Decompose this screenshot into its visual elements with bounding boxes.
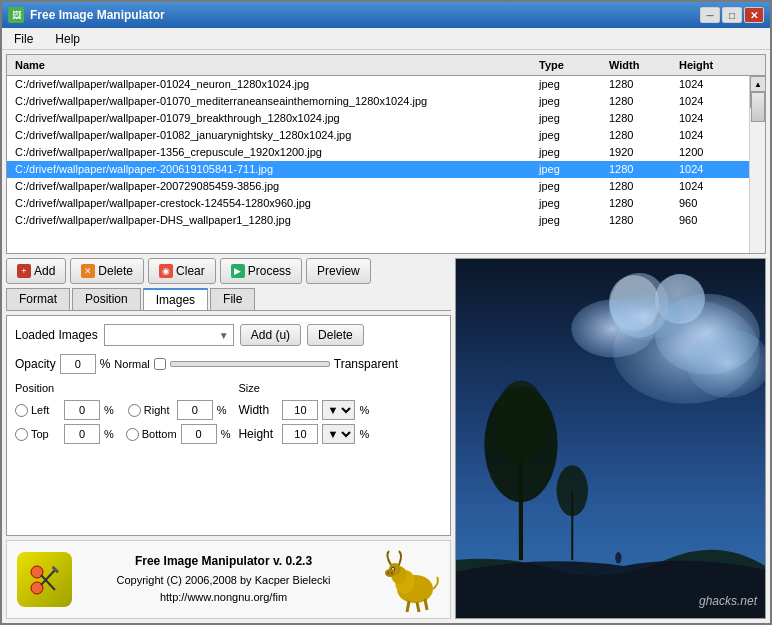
right-radio[interactable] <box>128 404 141 417</box>
file-row[interactable]: C:/drivef/wallpaper/wallpaper-2006191058… <box>7 161 749 178</box>
col-header-scroll <box>745 57 761 73</box>
svg-point-23 <box>608 294 681 340</box>
footer-title: Free Image Manipulator v. 0.2.3 <box>80 552 367 571</box>
bottom-area: + Add ✕ Delete ◉ Clear ▶ Process <box>6 258 766 619</box>
main-window: 🖼 Free Image Manipulator ─ □ ✕ File Help… <box>0 0 772 625</box>
svg-line-11 <box>407 601 409 612</box>
images-panel: Loaded Images ▼ Add (u) Delete Opacity % <box>6 315 451 536</box>
height-unit-select[interactable]: ▼ <box>322 424 355 444</box>
left-radio-label[interactable]: Left <box>15 404 60 417</box>
file-type: jpeg <box>535 94 605 108</box>
height-input[interactable] <box>282 424 318 444</box>
delete-label: Delete <box>98 264 133 278</box>
preview-button[interactable]: Preview <box>306 258 371 284</box>
file-type: jpeg <box>535 111 605 125</box>
opacity-input[interactable] <box>60 354 96 374</box>
top-radio-label[interactable]: Top <box>15 428 60 441</box>
file-name: C:/drivef/wallpaper/wallpaper-1356_crepu… <box>11 145 535 159</box>
main-content: Name Type Width Height C:/drivef/wallpap… <box>2 50 770 623</box>
scroll-thumb[interactable] <box>751 92 765 122</box>
toolbar: + Add ✕ Delete ◉ Clear ▶ Process <box>6 258 451 284</box>
tab-position[interactable]: Position <box>72 288 141 310</box>
scroll-up-arrow[interactable]: ▲ <box>750 76 765 92</box>
add-u-button[interactable]: Add (u) <box>240 324 301 346</box>
loaded-images-select[interactable]: ▼ <box>104 324 234 346</box>
svg-point-26 <box>495 381 547 462</box>
left-input[interactable] <box>64 400 100 420</box>
delete-icon: ✕ <box>81 264 95 278</box>
footer-copyright: Copyright (C) 2006,2008 by Kacper Bielec… <box>80 572 367 590</box>
bottom-radio-label[interactable]: Bottom <box>126 428 177 441</box>
maximize-button[interactable]: □ <box>722 7 742 23</box>
file-height: 1024 <box>675 77 745 91</box>
menu-help[interactable]: Help <box>49 30 86 48</box>
bottom-input[interactable] <box>181 424 217 444</box>
clear-button[interactable]: ◉ Clear <box>148 258 216 284</box>
file-type: jpeg <box>535 196 605 210</box>
width-row: Width ▼ % <box>238 400 442 420</box>
opacity-slider[interactable] <box>170 361 330 367</box>
file-height: 1024 <box>675 162 745 176</box>
file-type: jpeg <box>535 128 605 142</box>
file-row[interactable]: C:/drivef/wallpaper/wallpaper-DHS_wallpa… <box>7 212 749 229</box>
file-row[interactable]: C:/drivef/wallpaper/wallpaper-crestock-1… <box>7 195 749 212</box>
right-input[interactable] <box>177 400 213 420</box>
menubar: File Help <box>2 28 770 50</box>
tools-icon <box>17 552 72 607</box>
file-row[interactable]: C:/drivef/wallpaper/wallpaper-01070_medi… <box>7 93 749 110</box>
tab-file[interactable]: File <box>210 288 255 310</box>
file-list-wrapper: C:/drivef/wallpaper/wallpaper-01024_neur… <box>7 76 765 253</box>
file-row[interactable]: C:/drivef/wallpaper/wallpaper-01024_neur… <box>7 76 749 93</box>
menu-file[interactable]: File <box>8 30 39 48</box>
position-label: Position <box>15 382 230 394</box>
left-radio[interactable] <box>15 404 28 417</box>
col-header-width: Width <box>605 57 675 73</box>
scrollbar-vertical[interactable]: ▲ ▼ <box>749 76 765 253</box>
loaded-images-row: Loaded Images ▼ Add (u) Delete <box>15 324 442 346</box>
file-row[interactable]: C:/drivef/wallpaper/wallpaper-1356_crepu… <box>7 144 749 161</box>
bottom-radio[interactable] <box>126 428 139 441</box>
top-input[interactable] <box>64 424 100 444</box>
process-button[interactable]: ▶ Process <box>220 258 302 284</box>
size-label: Size <box>238 382 442 394</box>
delete-button[interactable]: ✕ Delete <box>70 258 144 284</box>
file-row[interactable]: C:/drivef/wallpaper/wallpaper-01082_janu… <box>7 127 749 144</box>
normal-label: Normal <box>114 358 149 370</box>
file-name: C:/drivef/wallpaper/wallpaper-2006191058… <box>11 162 535 176</box>
bottom-label: Bottom <box>142 428 177 440</box>
right-radio-label[interactable]: Right <box>128 404 173 417</box>
minimize-button[interactable]: ─ <box>700 7 720 23</box>
file-width: 1280 <box>605 128 675 142</box>
scene-svg <box>456 259 765 618</box>
file-type: jpeg <box>535 162 605 176</box>
file-width: 1920 <box>605 145 675 159</box>
file-type: jpeg <box>535 77 605 91</box>
process-label: Process <box>248 264 291 278</box>
file-name: C:/drivef/wallpaper/wallpaper-01082_janu… <box>11 128 535 142</box>
titlebar-buttons: ─ □ ✕ <box>700 7 764 23</box>
right-pct: % <box>217 404 227 416</box>
file-type: jpeg <box>535 213 605 227</box>
left-row: Left % Right % <box>15 400 230 420</box>
opacity-checkbox[interactable] <box>154 358 166 370</box>
file-row[interactable]: C:/drivef/wallpaper/wallpaper-2007290854… <box>7 178 749 195</box>
tab-format[interactable]: Format <box>6 288 70 310</box>
height-row: Height ▼ % <box>238 424 442 444</box>
footer-text: Free Image Manipulator v. 0.2.3 Copyrigh… <box>80 552 367 606</box>
delete-image-button[interactable]: Delete <box>307 324 364 346</box>
top-radio[interactable] <box>15 428 28 441</box>
add-button[interactable]: + Add <box>6 258 66 284</box>
file-name: C:/drivef/wallpaper/wallpaper-2007290854… <box>11 179 535 193</box>
right-label: Right <box>144 404 170 416</box>
col-header-height: Height <box>675 57 745 73</box>
file-row[interactable]: C:/drivef/wallpaper/wallpaper-01079_brea… <box>7 110 749 127</box>
file-type: jpeg <box>535 145 605 159</box>
width-unit-select[interactable]: ▼ <box>322 400 355 420</box>
file-list-body[interactable]: C:/drivef/wallpaper/wallpaper-01024_neur… <box>7 76 749 253</box>
tab-images[interactable]: Images <box>143 288 208 310</box>
width-input[interactable] <box>282 400 318 420</box>
tabs: Format Position Images File <box>6 288 451 311</box>
opacity-unit: % <box>100 357 111 371</box>
file-height: 1024 <box>675 111 745 125</box>
close-button[interactable]: ✕ <box>744 7 764 23</box>
